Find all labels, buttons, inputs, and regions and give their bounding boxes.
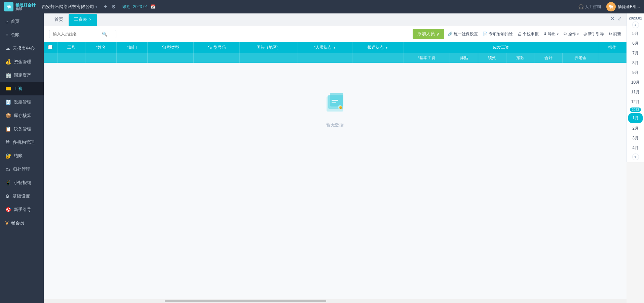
- sidebar: ⌂ 首页 ≡ 总账 ☁ 云报表中心 💰 资金管理 🏢 固定资产 💳 工资 🧾 发…: [0, 13, 44, 303]
- service-button[interactable]: 🎧 人工咨询: [578, 4, 601, 10]
- sidebar-item-ledger[interactable]: ≡ 总账: [0, 28, 44, 42]
- sidebar-item-archive[interactable]: 🗂 归档管理: [0, 163, 44, 176]
- xiaochang-icon: 📱: [5, 180, 11, 185]
- tab-close-icon[interactable]: ×: [89, 17, 91, 22]
- sub-status: [298, 53, 352, 63]
- scrollbar-thumb[interactable]: [165, 300, 326, 302]
- search-input[interactable]: [53, 32, 100, 36]
- tab-salary[interactable]: 工资表 ×: [69, 14, 97, 26]
- month-item-2[interactable]: 2月: [627, 124, 644, 133]
- sidebar-item-close-account[interactable]: 🔐 结账: [0, 149, 44, 163]
- report-filter-icon[interactable]: ▼: [385, 46, 388, 49]
- sidebar-item-cloud-report[interactable]: ☁ 云报表中心: [0, 42, 44, 55]
- sidebar-item-close-account-label: 结账: [14, 153, 23, 159]
- ledger-icon: ≡: [5, 32, 8, 38]
- social-security-icon: 🔗: [448, 32, 453, 36]
- multi-org-icon: 🏛: [5, 140, 10, 145]
- sidebar-item-fund[interactable]: 💰 资金管理: [0, 55, 44, 69]
- sidebar-item-inventory[interactable]: 📦 库存核算: [0, 109, 44, 122]
- top-bar-right: 🎧 人工咨询 畅 畅捷通B组...: [578, 2, 640, 11]
- month-item-4[interactable]: 4月: [627, 143, 644, 153]
- month-item-1-active[interactable]: 1月: [628, 113, 643, 123]
- sub-id-type: [148, 53, 194, 63]
- sub-pension: 养老金: [563, 53, 598, 63]
- month-item-6[interactable]: 6月: [627, 39, 644, 48]
- month-next-btn[interactable]: ▼: [632, 154, 639, 160]
- basic-settings-icon: ⚙: [5, 193, 10, 199]
- toolbar-actions: 🔗 统一社保设置 📄 专项附加扣除 🖨 个税申报 ⬇ 导出 ▾ ⚙: [448, 31, 621, 37]
- tab-home[interactable]: 首页: [49, 14, 69, 26]
- horizontal-scrollbar[interactable]: [44, 299, 627, 303]
- top-bar: 畅 畅通好会计 旗版 西安虾米网络科技有限公司 ▾ + ⚙ 账期 2023-01…: [0, 0, 644, 13]
- month-item-7[interactable]: 7月: [627, 48, 644, 58]
- refresh-icon: ↻: [609, 32, 612, 36]
- logo-icon: 畅: [4, 2, 13, 11]
- calendar-icon[interactable]: 📅: [151, 4, 156, 9]
- period-display: 账期 2023-01 📅: [122, 4, 156, 10]
- search-box: 🔍: [49, 30, 116, 38]
- company-selector[interactable]: 西安虾米网络科技有限公司 ▾: [42, 4, 98, 10]
- col-nationality: 国籍（地区）: [240, 42, 298, 53]
- status-filter-icon[interactable]: ▼: [333, 46, 336, 49]
- col-operations: 操作: [598, 42, 627, 53]
- sub-basic-salary: *基本工资: [404, 53, 450, 63]
- tabs-bar: 首页 工资表 ×: [44, 13, 627, 26]
- export-btn[interactable]: ⬇ 导出 ▾: [543, 31, 559, 37]
- add-person-button[interactable]: 添加人员 ∨: [413, 29, 444, 39]
- expand-panel-button[interactable]: ⤢: [617, 15, 622, 23]
- sidebar-item-member-label: 畅会员: [11, 220, 24, 226]
- sidebar-item-tax[interactable]: 📋 税务管理: [0, 122, 44, 136]
- month-prev-btn[interactable]: ▲: [632, 21, 639, 28]
- sidebar-item-member[interactable]: V 畅会员: [0, 216, 44, 230]
- search-icon: 🔍: [102, 32, 107, 37]
- tax-declaration-btn[interactable]: 🖨 个税申报: [518, 31, 539, 37]
- month-item-9[interactable]: 9月: [627, 68, 644, 78]
- settings-icon[interactable]: ⚙: [111, 3, 116, 10]
- fixed-asset-icon: 🏢: [5, 73, 11, 78]
- social-security-btn[interactable]: 🔗 统一社保设置: [448, 31, 478, 37]
- sidebar-item-salary[interactable]: 💳 工资: [0, 82, 44, 95]
- sub-nationality: [240, 53, 298, 63]
- sidebar-item-invoice[interactable]: 🧾 发票管理: [0, 95, 44, 109]
- salary-table: 工号 *姓名 *部门 *证型类型 *证型号码 国籍（地区） *人员状态 ▼ 报送…: [44, 42, 627, 155]
- close-panel-button[interactable]: ✕: [610, 15, 615, 23]
- sidebar-item-new-guide[interactable]: 🎯 新手引导: [0, 203, 44, 216]
- sidebar-item-xiaochang[interactable]: 📱 小畅报销: [0, 176, 44, 189]
- sub-report: [352, 53, 404, 63]
- month-item-8[interactable]: 8月: [627, 58, 644, 68]
- month-item-3[interactable]: 3月: [627, 133, 644, 143]
- guide-icon: ◎: [583, 32, 587, 36]
- sidebar-item-salary-label: 工资: [14, 86, 23, 92]
- new-guide-btn[interactable]: ◎ 新手引导: [583, 31, 604, 37]
- special-deduction-btn[interactable]: 📄 专项附加扣除: [483, 31, 513, 37]
- operations-btn[interactable]: ⚙ 操作 ▾: [563, 31, 579, 37]
- sidebar-item-home[interactable]: ⌂ 首页: [0, 15, 44, 28]
- close-account-icon: 🔐: [5, 153, 11, 159]
- col-id-number: *证型号码: [194, 42, 240, 53]
- sidebar-item-tax-label: 税务管理: [14, 126, 31, 132]
- select-all-col: [44, 42, 57, 53]
- sidebar-item-basic-settings[interactable]: ⚙ 基础设置: [0, 189, 44, 203]
- export-icon: ⬇: [543, 32, 547, 36]
- sub-performance: 绩效: [478, 53, 506, 63]
- sidebar-item-fixed-asset[interactable]: 🏢 固定资产: [0, 69, 44, 82]
- sidebar-item-multi-org[interactable]: 🏛 多机构管理: [0, 136, 44, 149]
- operations-icon: ⚙: [563, 32, 567, 36]
- month-item-10[interactable]: 10月: [627, 78, 644, 87]
- panel-date: 2023.01: [629, 15, 642, 21]
- sidebar-item-fund-label: 资金管理: [14, 59, 31, 65]
- sidebar-item-xiaochang-label: 小畅报销: [14, 180, 31, 186]
- user-menu[interactable]: 畅 畅捷通B组...: [606, 2, 640, 11]
- col-id: 工号: [57, 42, 85, 53]
- month-item-5[interactable]: 5月: [627, 29, 644, 39]
- special-deduction-icon: 📄: [483, 32, 488, 36]
- refresh-btn[interactable]: ↻ 刷新: [609, 31, 621, 37]
- add-icon[interactable]: +: [103, 3, 108, 11]
- new-guide-icon: 🎯: [5, 207, 11, 212]
- month-item-12[interactable]: 12月: [627, 97, 644, 107]
- sub-checkbox: [44, 53, 57, 63]
- sidebar-item-basic-settings-label: 基础设置: [12, 193, 30, 199]
- month-item-11[interactable]: 11月: [627, 87, 644, 97]
- app-logo: 畅 畅通好会计 旗版: [4, 2, 36, 11]
- select-all-checkbox[interactable]: [48, 45, 52, 49]
